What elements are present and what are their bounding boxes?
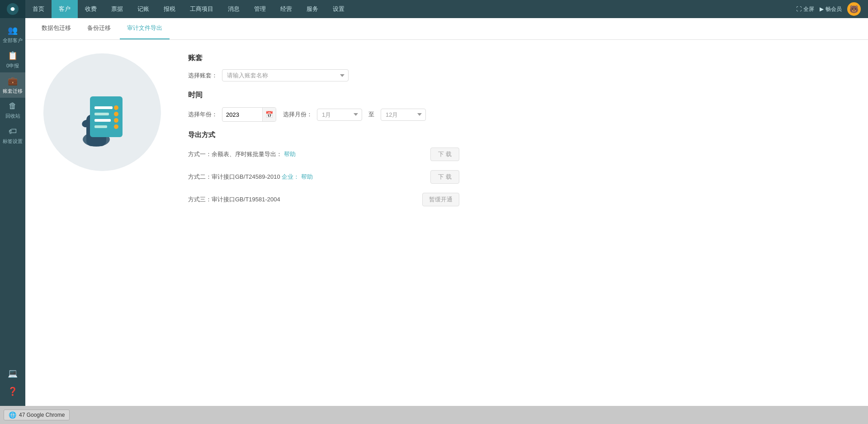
main-layout: 👥 全部客户 📋 0申报 💼 账套迁移 🗑 回收站 🏷 标签设置 💻 ❓ xyxy=(0,18,868,406)
tab-audit-export[interactable]: 审计文件导出 xyxy=(120,18,170,39)
fullscreen-icon: ⛶ xyxy=(796,6,802,12)
top-navigation: 首页客户收费票据记账报税工商项目消息管理经营服务设置 ⛶ 全屏 ▶ 畅会员 🐻 xyxy=(0,0,868,18)
nav-item-service[interactable]: 服务 xyxy=(299,0,326,18)
play-icon: ▶ xyxy=(820,6,824,12)
svg-point-1 xyxy=(11,7,14,11)
year-input[interactable] xyxy=(222,109,262,120)
account-select[interactable]: 请输入账套名称 xyxy=(222,69,349,81)
recycle-icon: 🗑 xyxy=(9,101,17,111)
export-method-3-row: 方式三：审计接口GB/T19581-2004 暂缓开通 xyxy=(188,193,459,206)
clients-icon: 👥 xyxy=(8,25,18,35)
nav-item-client[interactable]: 客户 xyxy=(52,0,78,18)
svg-point-11 xyxy=(114,112,118,116)
svg-point-13 xyxy=(114,124,118,129)
method-1-download-btn[interactable]: 下 载 xyxy=(430,148,459,161)
nav-item-business[interactable]: 工商项目 xyxy=(183,0,221,18)
time-section-title: 时间 xyxy=(188,91,459,100)
illustration xyxy=(43,53,161,171)
sidebar-item-all-clients[interactable]: 👥 全部客户 xyxy=(0,22,25,47)
year-input-wrap: 📅 xyxy=(222,107,276,122)
method-3-label: 方式三：审计接口GB/T19581-2004 xyxy=(188,195,422,204)
nav-item-operation[interactable]: 经营 xyxy=(273,0,299,18)
declare-icon: 📋 xyxy=(8,51,18,61)
export-method-2-row: 方式二：审计接口GB/T24589-2010 企业： 帮助 下 载 xyxy=(188,170,459,184)
to-text: 至 xyxy=(368,110,374,119)
nav-item-accounting[interactable]: 记账 xyxy=(130,0,156,18)
migrate-icon: 💼 xyxy=(8,76,18,86)
nav-item-tax[interactable]: 报税 xyxy=(156,0,183,18)
nav-item-settings[interactable]: 设置 xyxy=(326,0,352,18)
year-label: 选择年份： xyxy=(188,110,217,119)
page-content: 账套 选择账套： 请输入账套名称 时间 选择年份： 📅 xyxy=(25,40,868,406)
avatar[interactable]: 🐻 xyxy=(847,2,861,16)
account-section-title: 账套 xyxy=(188,53,459,63)
chrome-icon: 🌐 xyxy=(9,411,16,419)
form-container: 账套 选择账套： 请输入账套名称 时间 选择年份： 📅 xyxy=(43,53,850,215)
month-label: 选择月份： xyxy=(281,110,312,119)
account-row: 选择账套： 请输入账套名称 xyxy=(188,69,459,81)
svg-rect-8 xyxy=(94,119,111,122)
help-icon-btn[interactable]: ❓ xyxy=(5,384,20,399)
sidebar-bottom: 💻 ❓ xyxy=(5,366,20,399)
method-1-help-link[interactable]: 帮助 xyxy=(284,151,296,157)
nav-item-home[interactable]: 首页 xyxy=(25,0,52,18)
nav-item-message[interactable]: 消息 xyxy=(221,0,247,18)
time-row: 选择年份： 📅 选择月份： 1月 2月 3月 4月 5月 6月 xyxy=(188,107,459,122)
nav-item-manage[interactable]: 管理 xyxy=(247,0,273,18)
fullscreen-btn[interactable]: ⛶ 全屏 xyxy=(796,5,814,13)
svg-rect-5 xyxy=(90,96,123,137)
tab-data-migrate[interactable]: 数据包迁移 xyxy=(34,18,78,39)
svg-point-10 xyxy=(114,105,118,110)
sidebar-item-tag-settings[interactable]: 🏷 标签设置 xyxy=(0,123,25,148)
sidebar-item-recycle[interactable]: 🗑 回收站 xyxy=(0,98,25,123)
export-section-title: 导出方式 xyxy=(188,131,459,139)
sidebar-item-zero-declare[interactable]: 📋 0申报 xyxy=(0,47,25,72)
month-end-select[interactable]: 1月 2月 3月 4月 5月 6月 7月 8月 9月 10月 11月 12月 xyxy=(381,109,426,121)
export-method-1-row: 方式一：余额表、序时账批量导出： 帮助 下 载 xyxy=(188,148,459,161)
taskbar: 🌐 47 Google Chrome xyxy=(0,406,868,424)
content-area: 数据包迁移 备份迁移 审计文件导出 xyxy=(25,18,868,406)
method-1-label: 方式一：余额表、序时账批量导出： 帮助 xyxy=(188,150,430,158)
tag-icon: 🏷 xyxy=(9,127,17,136)
tab-backup-migrate[interactable]: 备份迁移 xyxy=(80,18,118,39)
method-3-temp-btn[interactable]: 暂缓开通 xyxy=(422,193,459,206)
method-2-help-link[interactable]: 帮助 xyxy=(301,173,313,180)
svg-rect-6 xyxy=(94,106,113,109)
nav-item-invoice[interactable]: 票据 xyxy=(104,0,130,18)
account-select-label: 选择账套： xyxy=(188,71,217,80)
nav-item-fee[interactable]: 收费 xyxy=(78,0,104,18)
method-2-download-btn[interactable]: 下 载 xyxy=(430,170,459,184)
calendar-icon[interactable]: 📅 xyxy=(262,108,276,121)
app-logo[interactable] xyxy=(0,0,25,18)
month-start-select[interactable]: 1月 2月 3月 4月 5月 6月 7月 8月 9月 10月 11月 12月 xyxy=(317,109,362,121)
svg-rect-7 xyxy=(94,113,109,115)
svg-point-12 xyxy=(114,118,118,123)
form-section: 账套 选择账套： 请输入账套名称 时间 选择年份： 📅 xyxy=(188,53,459,215)
taskbar-chrome[interactable]: 🌐 47 Google Chrome xyxy=(4,410,70,420)
member-btn[interactable]: ▶ 畅会员 xyxy=(820,5,842,13)
top-nav-right: ⛶ 全屏 ▶ 畅会员 🐻 xyxy=(796,2,868,16)
svg-rect-9 xyxy=(94,125,107,128)
method-2-enterprise-text[interactable]: 企业： xyxy=(282,173,299,180)
monitor-icon-btn[interactable]: 💻 xyxy=(5,366,20,381)
tabs-header: 数据包迁移 备份迁移 审计文件导出 xyxy=(25,18,868,40)
method-2-label: 方式二：审计接口GB/T24589-2010 企业： 帮助 xyxy=(188,173,430,181)
sidebar-item-account-migrate[interactable]: 💼 账套迁移 xyxy=(0,72,25,98)
nav-items: 首页客户收费票据记账报税工商项目消息管理经营服务设置 xyxy=(25,0,796,18)
sidebar: 👥 全部客户 📋 0申报 💼 账套迁移 🗑 回收站 🏷 标签设置 💻 ❓ xyxy=(0,18,25,406)
